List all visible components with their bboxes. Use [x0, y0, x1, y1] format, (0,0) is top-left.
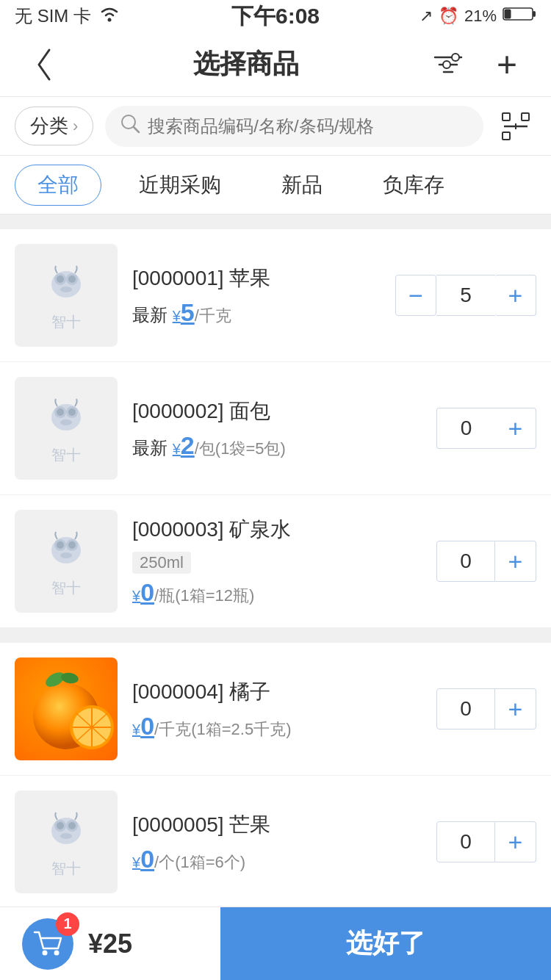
svg-point-16 [51, 271, 81, 298]
svg-point-25 [57, 408, 64, 416]
battery-icon [503, 6, 536, 26]
tab-recent[interactable]: 近期采购 [116, 165, 244, 206]
product-price: ¥0/瓶(1箱=12瓶) [132, 578, 422, 607]
svg-point-31 [57, 541, 64, 549]
quantity-input[interactable] [436, 821, 495, 862]
svg-point-44 [51, 818, 81, 844]
status-time: 下午6:08 [231, 1, 320, 32]
product-thumbnail: 智十 [15, 244, 118, 347]
confirm-button[interactable]: 选好了 [220, 907, 551, 980]
product-info: [0000003] 矿泉水 250ml ¥0/瓶(1箱=12瓶) [132, 516, 422, 607]
nav-bar: 选择商品 + [0, 32, 551, 97]
product-info: [0000004] 橘子 ¥0/千克(1箱=2.5千克) [132, 678, 422, 741]
alarm-icon: ⏰ [439, 7, 458, 26]
product-thumbnail: 智十 [15, 790, 118, 893]
brand-owl-icon [44, 392, 88, 442]
quantity-decrease-button[interactable]: − [395, 275, 436, 316]
brand-owl-icon [44, 525, 88, 575]
brand-label: 智十 [51, 445, 81, 465]
cart-icon-wrap[interactable]: 1 [22, 918, 73, 970]
quantity-input[interactable] [436, 275, 495, 316]
product-info: [0000002] 面包 最新 ¥2/包(1袋=5包) [132, 397, 422, 460]
svg-point-33 [60, 552, 72, 558]
quantity-increase-button[interactable]: + [495, 275, 536, 316]
svg-point-21 [60, 287, 72, 292]
status-right: ↗ ⏰ 21% [419, 6, 536, 26]
product-info: [0000005] 芒果 ¥0/个(1箱=6个) [132, 811, 422, 873]
quantity-input[interactable] [436, 541, 495, 582]
chevron-right-icon: › [73, 117, 78, 136]
svg-point-28 [51, 537, 81, 563]
svg-line-10 [134, 127, 139, 132]
brand-label: 智十 [51, 312, 81, 332]
search-box [105, 106, 483, 147]
svg-point-0 [108, 18, 112, 22]
svg-point-49 [60, 833, 72, 839]
location-icon: ↗ [419, 7, 433, 26]
svg-point-47 [57, 822, 64, 829]
quantity-input[interactable] [436, 408, 495, 449]
product-thumbnail: 智十 [15, 377, 118, 480]
quantity-increase-button[interactable]: + [495, 688, 536, 729]
list-item: 智十 [0000005] 芒果 ¥0/个(1箱=6个) + [0, 776, 551, 909]
scan-button[interactable] [495, 106, 536, 147]
quantity-control: + [436, 408, 536, 449]
product-name: [0000002] 面包 [132, 397, 422, 425]
svg-point-32 [68, 541, 76, 549]
back-button[interactable] [22, 43, 66, 87]
cart-total: ¥25 [88, 929, 132, 959]
svg-rect-12 [522, 113, 529, 120]
product-price: 最新 ¥2/包(1袋=5包) [132, 431, 422, 460]
battery-label: 21% [464, 7, 497, 26]
svg-rect-13 [503, 132, 510, 140]
brand-label: 智十 [51, 578, 81, 598]
cart-badge: 1 [56, 912, 79, 936]
quantity-control: + [436, 541, 536, 582]
cart-area: 1 ¥25 [0, 907, 220, 980]
brand-label: 智十 [51, 859, 81, 879]
quantity-increase-button[interactable]: + [495, 821, 536, 862]
svg-point-20 [68, 275, 76, 283]
list-item: 智十 [0000002] 面包 最新 ¥2/包(1袋=5包) + [0, 362, 551, 495]
section-divider-2 [0, 628, 551, 643]
wifi-icon [98, 6, 120, 26]
product-name: [0000004] 橘子 [132, 678, 422, 706]
product-spec: 250ml [132, 552, 191, 574]
category-label: 分类 [30, 113, 68, 139]
svg-rect-3 [505, 10, 511, 19]
category-button[interactable]: 分类 › [15, 107, 93, 145]
svg-point-8 [443, 61, 450, 68]
quantity-input[interactable] [436, 688, 495, 729]
tab-row: 全部 近期采购 新品 负库存 [0, 156, 551, 215]
svg-point-48 [68, 822, 76, 829]
tab-all[interactable]: 全部 [15, 165, 101, 206]
product-thumbnail [15, 657, 118, 760]
product-name: [0000003] 矿泉水 [132, 516, 422, 544]
filter-button[interactable] [426, 43, 470, 87]
tab-negative[interactable]: 负库存 [360, 165, 467, 206]
svg-rect-11 [503, 113, 510, 120]
product-info: [0000001] 苹果 最新 ¥5/千克 [132, 264, 381, 327]
svg-point-27 [60, 419, 72, 425]
svg-point-26 [68, 408, 76, 416]
tab-new[interactable]: 新品 [259, 165, 345, 206]
product-list: 智十 [0000001] 苹果 最新 ¥5/千克 − + [0, 229, 551, 980]
section-divider [0, 215, 551, 229]
list-item: [0000004] 橘子 ¥0/千克(1箱=2.5千克) + [0, 643, 551, 776]
search-input[interactable] [148, 116, 469, 137]
add-button[interactable]: + [485, 43, 529, 87]
product-thumbnail: 智十 [15, 510, 118, 613]
list-item: 智十 [0000001] 苹果 最新 ¥5/千克 − + [0, 229, 551, 362]
brand-owl-icon [44, 259, 88, 309]
quantity-control: + [436, 821, 536, 862]
brand-owl-icon [44, 805, 88, 856]
quantity-increase-button[interactable]: + [495, 541, 536, 582]
product-name: [0000001] 苹果 [132, 264, 381, 292]
bottom-bar: 1 ¥25 选好了 [0, 907, 551, 980]
svg-point-57 [43, 950, 48, 955]
product-price: ¥0/千克(1箱=2.5千克) [132, 712, 422, 741]
svg-point-22 [51, 404, 81, 430]
quantity-increase-button[interactable]: + [495, 408, 536, 449]
svg-point-19 [57, 275, 64, 283]
nav-actions: + [426, 43, 529, 87]
